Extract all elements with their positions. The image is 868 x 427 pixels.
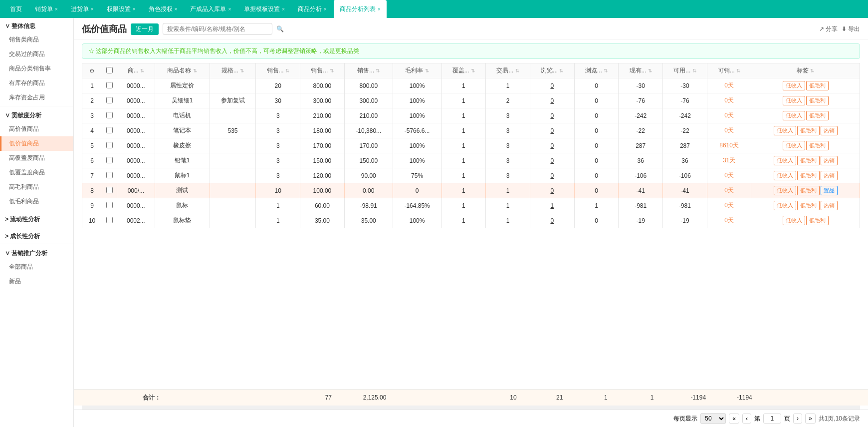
cell-checkbox[interactable] (102, 138, 117, 153)
cell-view1[interactable]: 0 (530, 78, 574, 93)
search-input[interactable] (163, 23, 272, 35)
cell-checkbox[interactable] (102, 183, 117, 198)
page-size-select[interactable]: 50 100 200 (700, 413, 726, 424)
row-checkbox[interactable] (106, 187, 113, 193)
col-amount[interactable]: 销售... ⇅ (300, 63, 345, 78)
sidebar-item-high-value[interactable]: 高价值商品 (0, 122, 73, 136)
col-qty[interactable]: 销售... ⇅ (256, 63, 300, 78)
row-checkbox[interactable] (106, 127, 113, 133)
col-coverage[interactable]: 覆盖... ⇅ (441, 63, 486, 78)
row-checkbox[interactable] (106, 142, 113, 148)
col-view1[interactable]: 浏览... ⇅ (530, 63, 574, 78)
sidebar-item-high-coverage[interactable]: 高覆盖度商品 (0, 151, 73, 165)
sidebar-group-liquidity[interactable]: > 流动性分析 (0, 211, 73, 226)
sidebar-group-marketing[interactable]: ∨ 营销推广分析 (0, 245, 73, 260)
close-icon[interactable]: × (324, 6, 327, 12)
sidebar-group-contribution[interactable]: ∨ 贡献度分析 (0, 107, 73, 122)
first-page-button[interactable]: « (729, 414, 739, 424)
sidebar-item-category-sales[interactable]: 商品分类销售率 (0, 61, 73, 76)
col-spec[interactable]: 规格... ⇅ (210, 63, 256, 78)
cell-view1[interactable]: 0 (530, 213, 574, 228)
col-tags[interactable]: 标签 ⇅ (751, 63, 860, 78)
row-checkbox[interactable] (106, 112, 113, 118)
row-checkbox[interactable] (106, 82, 113, 88)
cell-view1[interactable]: 0 (530, 108, 574, 123)
row-checkbox[interactable] (106, 97, 113, 103)
view1-link[interactable]: 0 (550, 157, 554, 164)
sidebar-item-all-products[interactable]: 全部商品 (0, 260, 73, 274)
sidebar-item-traded-products[interactable]: 交易过的商品 (0, 47, 73, 61)
nav-templates[interactable]: 单据模板设置 × (238, 0, 291, 18)
col-code[interactable]: 商... ⇅ (117, 63, 155, 78)
sidebar-item-stock-products[interactable]: 有库存的商品 (0, 76, 73, 90)
sidebar-item-low-value[interactable]: 低价值商品 (0, 136, 73, 151)
col-checkbox[interactable] (102, 63, 117, 78)
close-icon[interactable]: × (228, 6, 231, 12)
next-page-button[interactable]: › (793, 414, 802, 424)
cell-checkbox[interactable] (102, 213, 117, 228)
sidebar-item-sales-products[interactable]: 销售类商品 (0, 32, 73, 47)
cell-checkbox[interactable] (102, 123, 117, 138)
col-gear[interactable]: ⚙ (82, 63, 102, 78)
nav-product-analysis[interactable]: 商品分析 × (292, 0, 333, 18)
cell-checkbox[interactable] (102, 78, 117, 93)
search-icon[interactable]: 🔍 (276, 25, 284, 32)
share-button[interactable]: ↗ 分享 (819, 25, 838, 33)
close-icon[interactable]: × (133, 6, 136, 12)
col-trade[interactable]: 交易... ⇅ (486, 63, 530, 78)
prev-page-button[interactable]: ‹ (742, 414, 751, 424)
sidebar-group-growth[interactable]: > 成长性分析 (0, 228, 73, 243)
cell-view1[interactable]: 0 (530, 138, 574, 153)
cell-view1[interactable]: 0 (530, 168, 574, 183)
last-page-button[interactable]: » (805, 414, 816, 424)
nav-home[interactable]: 首页 (4, 0, 28, 18)
close-icon[interactable]: × (282, 6, 285, 12)
col-margin[interactable]: 毛利率 ⇅ (393, 63, 441, 78)
view1-link[interactable]: 0 (550, 127, 554, 134)
sidebar-item-stock-capital[interactable]: 库存资金占用 (0, 90, 73, 105)
sidebar-group-overall[interactable]: ∨ 整体信息 (0, 18, 73, 32)
nav-permissions[interactable]: 权限设置 × (101, 0, 142, 18)
view1-link[interactable]: 0 (550, 217, 554, 224)
nav-products[interactable]: 产成品入库单 × (184, 0, 237, 18)
cell-view1[interactable]: 0 (530, 93, 574, 108)
row-checkbox[interactable] (106, 172, 113, 178)
export-button[interactable]: ⬇ 导出 (842, 25, 860, 33)
cell-checkbox[interactable] (102, 108, 117, 123)
sidebar-item-high-margin[interactable]: 高毛利商品 (0, 180, 73, 194)
cell-view1[interactable]: 0 (530, 183, 574, 198)
cell-checkbox[interactable] (102, 168, 117, 183)
close-icon[interactable]: × (378, 6, 381, 12)
row-checkbox[interactable] (106, 217, 113, 223)
sidebar-item-low-margin[interactable]: 低毛利商品 (0, 194, 73, 209)
close-icon[interactable]: × (55, 6, 58, 12)
cell-view1[interactable]: 0 (530, 153, 574, 168)
cell-checkbox[interactable] (102, 198, 117, 213)
horizontal-scrollbar[interactable] (82, 406, 860, 410)
page-number-input[interactable] (763, 414, 781, 424)
view1-link[interactable]: 0 (550, 112, 554, 119)
view1-link[interactable]: 0 (550, 172, 554, 179)
table-container[interactable]: ⚙ 商... ⇅ 商品名称 ⇅ 规格... ⇅ 销售... ⇅ 销售... ⇅ … (74, 63, 868, 389)
nav-product-analysis-list[interactable]: 商品分析列表 × (334, 0, 387, 18)
nav-roles[interactable]: 角色授权 × (143, 0, 184, 18)
nav-purchase[interactable]: 进货单 × (65, 0, 100, 18)
cell-view1[interactable]: 1 (530, 198, 574, 213)
col-stock3[interactable]: 可销... ⇅ (707, 63, 751, 78)
col-sales3[interactable]: 销售... ⇅ (344, 63, 393, 78)
col-stock2[interactable]: 可用... ⇅ (663, 63, 707, 78)
col-view2[interactable]: 浏览... ⇅ (574, 63, 619, 78)
row-checkbox[interactable] (106, 157, 113, 163)
nav-sales[interactable]: 销货单 × (29, 0, 64, 18)
filter-button[interactable]: 近一月 (131, 23, 159, 35)
cell-checkbox[interactable] (102, 153, 117, 168)
sidebar-item-new-products[interactable]: 新品 (0, 274, 73, 289)
sidebar-item-low-coverage[interactable]: 低覆盖度商品 (0, 165, 73, 180)
close-icon[interactable]: × (175, 6, 178, 12)
cell-checkbox[interactable] (102, 93, 117, 108)
col-stock1[interactable]: 现有... ⇅ (619, 63, 663, 78)
select-all-checkbox[interactable] (106, 67, 113, 73)
view1-link[interactable]: 0 (550, 187, 554, 194)
col-name[interactable]: 商品名称 ⇅ (155, 63, 210, 78)
cell-view1[interactable]: 0 (530, 123, 574, 138)
